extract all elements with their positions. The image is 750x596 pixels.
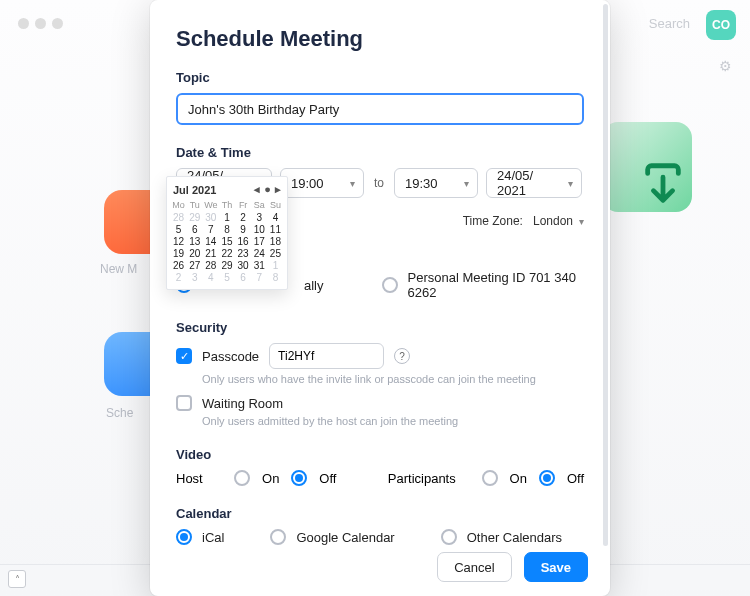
chevron-down-icon: ▾ bbox=[579, 216, 584, 227]
calendar-day[interactable]: 10 bbox=[252, 224, 267, 235]
host-on-radio[interactable] bbox=[234, 470, 250, 486]
participants-label: Participants bbox=[388, 471, 456, 486]
calendar-dow: Fr bbox=[236, 200, 251, 210]
calendar-day[interactable]: 4 bbox=[203, 272, 218, 283]
timezone-select[interactable]: London ▾ bbox=[533, 214, 584, 228]
date-picker-popover[interactable]: Jul 2021 ◂ ● ▸ MoTuWeThFrSaSu 2829301234… bbox=[166, 176, 288, 290]
help-icon[interactable]: ? bbox=[394, 348, 410, 364]
timezone-value: London bbox=[533, 214, 573, 228]
calendar-day[interactable]: 15 bbox=[219, 236, 234, 247]
off-label: Off bbox=[319, 471, 336, 486]
start-time-select[interactable]: 19:00▾ bbox=[280, 168, 364, 198]
calendar-day[interactable]: 31 bbox=[252, 260, 267, 271]
google-calendar-label: Google Calendar bbox=[296, 530, 394, 545]
participants-off-radio[interactable] bbox=[539, 470, 555, 486]
waiting-room-checkbox[interactable] bbox=[176, 395, 192, 411]
other-calendars-label: Other Calendars bbox=[467, 530, 562, 545]
chevron-down-icon: ▾ bbox=[464, 178, 469, 189]
calendar-day[interactable]: 19 bbox=[171, 248, 186, 259]
ical-radio[interactable] bbox=[176, 529, 192, 545]
calendar-next-icon[interactable]: ▸ bbox=[275, 183, 281, 196]
calendar-day[interactable]: 25 bbox=[268, 248, 283, 259]
meeting-id-personal-label: Personal Meeting ID 701 340 6262 bbox=[408, 270, 584, 300]
waiting-room-label: Waiting Room bbox=[202, 396, 283, 411]
passcode-label: Passcode bbox=[202, 349, 259, 364]
topic-label: Topic bbox=[176, 70, 584, 85]
participants-on-radio[interactable] bbox=[482, 470, 498, 486]
chevron-down-icon: ▾ bbox=[568, 178, 573, 189]
calendar-day[interactable]: 13 bbox=[187, 236, 202, 247]
dialog-title: Schedule Meeting bbox=[176, 26, 584, 52]
calendar-day[interactable]: 2 bbox=[236, 212, 251, 223]
on-label: On bbox=[262, 471, 279, 486]
end-date-value: 24/05/ 2021 bbox=[497, 168, 558, 198]
host-label: Host bbox=[176, 471, 203, 486]
calendar-day[interactable]: 7 bbox=[203, 224, 218, 235]
meeting-id-personal-radio[interactable] bbox=[382, 277, 398, 293]
calendar-dow: Sa bbox=[252, 200, 267, 210]
calendar-day[interactable]: 5 bbox=[171, 224, 186, 235]
scrollbar[interactable] bbox=[603, 4, 608, 546]
new-meeting-label: New M bbox=[100, 262, 137, 276]
calendar-day[interactable]: 7 bbox=[252, 272, 267, 283]
calendar-day[interactable]: 11 bbox=[268, 224, 283, 235]
calendar-day[interactable]: 5 bbox=[219, 272, 234, 283]
calendar-day[interactable]: 14 bbox=[203, 236, 218, 247]
calendar-today-icon[interactable]: ● bbox=[264, 183, 271, 196]
calendar-day[interactable]: 30 bbox=[236, 260, 251, 271]
other-calendars-radio[interactable] bbox=[441, 529, 457, 545]
calendar-day[interactable]: 28 bbox=[203, 260, 218, 271]
calendar-day[interactable]: 28 bbox=[171, 212, 186, 223]
calendar-day[interactable]: 8 bbox=[219, 224, 234, 235]
calendar-dow: Su bbox=[268, 200, 283, 210]
end-time-select[interactable]: 19:30▾ bbox=[394, 168, 478, 198]
calendar-day[interactable]: 30 bbox=[203, 212, 218, 223]
calendar-day[interactable]: 24 bbox=[252, 248, 267, 259]
calendar-day[interactable]: 18 bbox=[268, 236, 283, 247]
calendar-day[interactable]: 23 bbox=[236, 248, 251, 259]
calendar-day[interactable]: 1 bbox=[268, 260, 283, 271]
calendar-day[interactable]: 8 bbox=[268, 272, 283, 283]
end-time-value: 19:30 bbox=[405, 176, 438, 191]
gear-icon: ⚙ bbox=[719, 58, 732, 74]
calendar-day[interactable]: 3 bbox=[187, 272, 202, 283]
calendar-day[interactable]: 16 bbox=[236, 236, 251, 247]
cancel-button[interactable]: Cancel bbox=[437, 552, 511, 582]
calendar-day[interactable]: 1 bbox=[219, 212, 234, 223]
calendar-prev-icon[interactable]: ◂ bbox=[254, 183, 260, 196]
security-label: Security bbox=[176, 320, 584, 335]
calendar-day[interactable]: 3 bbox=[252, 212, 267, 223]
calendar-day[interactable]: 12 bbox=[171, 236, 186, 247]
calendar-day[interactable]: 27 bbox=[187, 260, 202, 271]
calendar-day[interactable]: 6 bbox=[187, 224, 202, 235]
calendar-day[interactable]: 29 bbox=[187, 212, 202, 223]
calendar-day[interactable]: 6 bbox=[236, 272, 251, 283]
datetime-label: Date & Time bbox=[176, 145, 584, 160]
calendar-day[interactable]: 4 bbox=[268, 212, 283, 223]
calendar-day[interactable]: 22 bbox=[219, 248, 234, 259]
end-date-select[interactable]: 24/05/ 2021▾ bbox=[486, 168, 582, 198]
google-calendar-radio[interactable] bbox=[270, 529, 286, 545]
calendar-day[interactable]: 21 bbox=[203, 248, 218, 259]
calendar-day[interactable]: 20 bbox=[187, 248, 202, 259]
on-label: On bbox=[510, 471, 527, 486]
search-placeholder: Search bbox=[649, 16, 690, 31]
topic-input[interactable] bbox=[176, 93, 584, 125]
save-button[interactable]: Save bbox=[524, 552, 588, 582]
waiting-room-hint: Only users admitted by the host can join… bbox=[202, 415, 584, 427]
calendar-day[interactable]: 2 bbox=[171, 272, 186, 283]
meeting-id-auto-label: ally bbox=[304, 278, 324, 293]
passcode-hint: Only users who have the invite link or p… bbox=[202, 373, 584, 385]
calendar-day[interactable]: 29 bbox=[219, 260, 234, 271]
schedule-meeting-dialog: Schedule Meeting Topic Date & Time 24/05… bbox=[150, 0, 610, 596]
passcode-input[interactable] bbox=[269, 343, 384, 369]
calendar-day[interactable]: 17 bbox=[252, 236, 267, 247]
chevron-down-icon: ▾ bbox=[350, 178, 355, 189]
calendar-day[interactable]: 9 bbox=[236, 224, 251, 235]
ical-label: iCal bbox=[202, 530, 224, 545]
to-label: to bbox=[372, 176, 386, 190]
calendar-day[interactable]: 26 bbox=[171, 260, 186, 271]
passcode-checkbox[interactable]: ✓ bbox=[176, 348, 192, 364]
calendar-dow: Mo bbox=[171, 200, 186, 210]
host-off-radio[interactable] bbox=[291, 470, 307, 486]
